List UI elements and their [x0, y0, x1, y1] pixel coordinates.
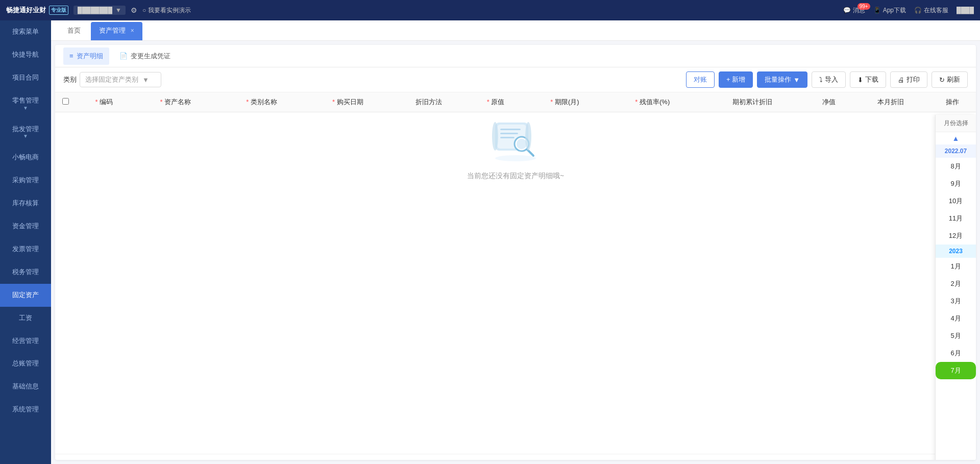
settings-icon[interactable]: ⚙	[131, 6, 137, 14]
sidebar-item-invoice[interactable]: 发票管理	[0, 238, 51, 261]
sidebar-item-quick-nav[interactable]: 快捷导航	[0, 43, 51, 66]
print-button[interactable]: 🖨 打印	[890, 71, 927, 88]
table-header-accumulated-depreciation: 期初累计折旧	[700, 92, 805, 112]
month-item-2023-5[interactable]: 5月	[936, 327, 976, 345]
table-area: 编码 资产名称 类别名称 购买日期	[55, 92, 976, 460]
batch-button[interactable]: 批量操作 ▼	[757, 71, 807, 88]
message-button[interactable]: 💬 消息 99+	[843, 6, 865, 15]
demo-link[interactable]: 我要看实例演示	[142, 6, 191, 15]
refresh-label: 刷新	[947, 75, 960, 84]
svg-point-9	[492, 122, 498, 151]
tab-bar: 首页 资产管理 ×	[51, 20, 980, 41]
sidebar-label-basic: 基础信息	[0, 382, 51, 391]
sidebar-item-retail[interactable]: 零售管理 ▼	[0, 89, 51, 118]
reconcile-button[interactable]: 对账	[686, 71, 715, 88]
sidebar-item-tax[interactable]: 税务管理	[0, 261, 51, 284]
toolbar-right: 对账 + 新增 批量操作 ▼ ⤵ 导入 ⬇ 下载	[686, 71, 968, 88]
page-content: ≡ 资产明细 📄 变更生成凭证 类别 选择固定资产类别 ▼	[55, 45, 976, 460]
app-label: App下载	[883, 6, 906, 15]
user-name: ████	[957, 7, 974, 14]
month-item-2023-4[interactable]: 4月	[936, 310, 976, 327]
sidebar-item-salary[interactable]: 工资	[0, 307, 51, 330]
print-icon: 🖨	[898, 76, 904, 84]
app-icon: 📱	[873, 7, 881, 14]
sidebar-item-ecommerce[interactable]: 小畅电商	[0, 146, 51, 169]
table-header-code: 编码	[76, 92, 133, 112]
content-area: 首页 资产管理 × ≡ 资产明细 📄 变更生成凭证	[51, 20, 980, 464]
sidebar-item-project[interactable]: 项目合同	[0, 66, 51, 89]
table-header-purchase-date: 购买日期	[305, 92, 391, 112]
month-item-2023-3[interactable]: 3月	[936, 292, 976, 310]
month-item-2022-12[interactable]: 12月	[936, 227, 976, 245]
import-button[interactable]: ⤵ 导入	[812, 71, 846, 88]
table-header-checkbox	[55, 92, 76, 112]
sidebar-label-wholesale: 批发管理	[0, 125, 51, 134]
sidebar-item-ledger[interactable]: 总账管理	[0, 352, 51, 375]
add-button[interactable]: + 新增	[719, 71, 753, 88]
sidebar-label-system: 系统管理	[0, 405, 51, 414]
sidebar-label-quick-nav: 快捷导航	[0, 51, 51, 59]
sub-tab-change-voucher-label: 变更生成凭证	[131, 52, 170, 61]
wholesale-arrow-icon: ▼	[0, 133, 51, 139]
sub-tab-asset-detail[interactable]: ≡ 资产明细	[63, 47, 109, 65]
bottom-scrollbar[interactable]	[55, 454, 976, 460]
sidebar-item-wholesale[interactable]: 批发管理 ▼	[0, 118, 51, 146]
sidebar-label-project: 项目合同	[0, 74, 51, 82]
month-item-2022-9[interactable]: 9月	[936, 175, 976, 192]
svg-rect-4	[500, 133, 518, 134]
app-download-button[interactable]: 📱 App下载	[873, 6, 906, 15]
sub-tabs: ≡ 资产明细 📄 变更生成凭证	[55, 45, 976, 67]
sidebar-item-inventory[interactable]: 库存核算	[0, 192, 51, 215]
tab-home[interactable]: 首页	[59, 22, 89, 40]
sub-tab-change-voucher[interactable]: 📄 变更生成凭证	[113, 47, 177, 65]
table-header-name: 资产名称	[133, 92, 219, 112]
add-label: + 新增	[726, 75, 745, 84]
sidebar-item-funds[interactable]: 资金管理	[0, 215, 51, 238]
online-service-button[interactable]: 🎧 在线客服	[914, 6, 948, 15]
month-picker-up-button[interactable]: ▲	[936, 132, 976, 144]
month-item-2023-6[interactable]: 6月	[936, 345, 976, 362]
sidebar-item-basic[interactable]: 基础信息	[0, 375, 51, 398]
download-button[interactable]: ⬇ 下载	[850, 71, 886, 88]
refresh-button[interactable]: ↻ 刷新	[932, 71, 968, 88]
sidebar-label-ecommerce: 小畅电商	[0, 153, 51, 162]
select-all-checkbox[interactable]	[62, 98, 69, 105]
svg-point-10	[525, 122, 531, 151]
sidebar-label-retail: 零售管理	[0, 96, 51, 105]
reconcile-label: 对账	[694, 75, 707, 84]
toolbar-left: 类别 选择固定资产类别 ▼	[63, 72, 682, 87]
sidebar-label-salary: 工资	[0, 314, 51, 323]
download-icon: ⬇	[857, 76, 863, 84]
svg-rect-3	[500, 129, 521, 130]
sidebar-label-ledger: 总账管理	[0, 359, 51, 368]
table-wrap[interactable]: 编码 资产名称 类别名称 购买日期	[55, 92, 976, 454]
tab-assets[interactable]: 资产管理 ×	[91, 22, 142, 40]
table-header-current-depreciation: 本月折旧	[852, 92, 929, 112]
sidebar-item-system[interactable]: 系统管理	[0, 398, 51, 421]
sidebar-label-purchase: 采购管理	[0, 176, 51, 185]
batch-arrow-icon: ▼	[793, 76, 800, 84]
company-selector[interactable]: ████████ ▼	[74, 6, 126, 15]
month-item-2022-8[interactable]: 8月	[936, 158, 976, 175]
sidebar-label-inventory: 库存核算	[0, 199, 51, 208]
month-item-2022-10[interactable]: 10月	[936, 192, 976, 210]
month-item-2023-2[interactable]: 2月	[936, 275, 976, 292]
sidebar-label-search: 搜索菜单	[0, 28, 51, 36]
document-icon: 📄	[119, 52, 128, 60]
topbar: 畅捷通好业财 专业版 ████████ ▼ ⚙ 我要看实例演示 💬 消息 99+…	[0, 0, 980, 20]
sidebar-item-assets[interactable]: 固定资产	[0, 284, 51, 307]
category-select[interactable]: 选择固定资产类别 ▼	[80, 72, 161, 87]
download-label: 下载	[865, 75, 878, 84]
sidebar-item-operations[interactable]: 经营管理	[0, 330, 51, 353]
table-header-net-value: 净值	[805, 92, 852, 112]
table-header-actions: 操作	[929, 92, 976, 112]
service-label: 在线客服	[924, 6, 948, 15]
sidebar-item-purchase[interactable]: 采购管理	[0, 169, 51, 192]
month-item-2022-11[interactable]: 11月	[936, 210, 976, 227]
tab-assets-close[interactable]: ×	[131, 27, 134, 34]
month-item-2023-1[interactable]: 1月	[936, 258, 976, 275]
user-menu[interactable]: ████	[957, 7, 974, 14]
sidebar-item-search[interactable]: 搜索菜单	[0, 20, 51, 43]
month-item-2023-7[interactable]: 7月	[936, 362, 976, 379]
print-label: 打印	[906, 75, 920, 84]
